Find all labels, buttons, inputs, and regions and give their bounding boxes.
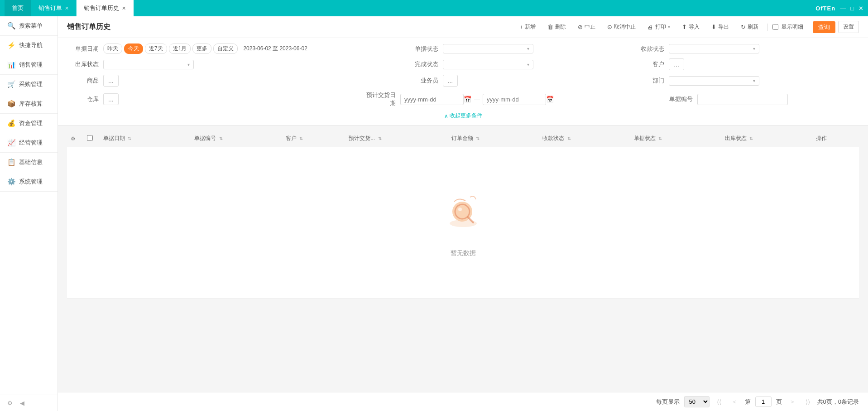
warehouse-label: 仓库 xyxy=(67,95,103,103)
filter-row-3: 商品 ... 业务员 ... 部门 ▾ xyxy=(67,75,859,87)
filter-col-bill-number: 单据编号 xyxy=(661,94,859,105)
out-status-chevron-icon: ▾ xyxy=(187,62,190,67)
display-cols-toggle[interactable]: 显示明细 xyxy=(772,23,803,31)
sidebar-item-finance[interactable]: 💰 资金管理 xyxy=(0,114,58,133)
tab-sales-order-history-close[interactable]: ✕ xyxy=(122,5,126,11)
prev-page-button[interactable]: ＜ xyxy=(729,397,740,407)
display-cols-label: 显示明细 xyxy=(782,23,803,31)
window-close-btn[interactable]: ✕ xyxy=(858,5,863,12)
bill-status-chevron-icon: ▾ xyxy=(527,46,529,51)
select-all-checkbox[interactable] xyxy=(87,135,93,141)
tab-sales-order-close[interactable]: ✕ xyxy=(65,5,69,11)
col-bill-status-label: 单据状态 xyxy=(634,135,656,141)
refresh-button[interactable]: ↻ 刷新 xyxy=(736,21,763,33)
search-menu-icon: 🔍 xyxy=(7,22,15,30)
col-customer[interactable]: 客户 ⇅ xyxy=(282,130,345,147)
complete-status-select[interactable]: ▾ xyxy=(443,60,533,69)
sidebar-item-operations[interactable]: 📈 经营管理 xyxy=(0,133,58,153)
tab-home[interactable]: 首页 xyxy=(5,0,31,16)
col-bill-status[interactable]: 单据状态 ⇅ xyxy=(630,130,721,147)
sidebar-item-quick-nav[interactable]: ⚡ 快捷导航 xyxy=(0,36,58,55)
date-pill-last1m[interactable]: 近1月 xyxy=(169,44,191,54)
sidebar-settings-icon[interactable]: ⚙ xyxy=(7,400,13,406)
col-date-label: 单据日期 xyxy=(103,135,125,141)
date-pill-custom[interactable]: 自定义 xyxy=(213,44,238,54)
customer-picker[interactable]: ... xyxy=(669,58,684,70)
last-page-button[interactable]: ⟩⟩ xyxy=(803,397,813,406)
table-settings-col[interactable]: ⚙ xyxy=(67,130,83,147)
payment-status-select[interactable]: ▾ xyxy=(669,44,759,53)
page-header: 销售订单历史 + 新增 🗑 删除 ⊘ 中止 ⊙ 取消中止 xyxy=(58,16,868,38)
goods-picker[interactable]: ... xyxy=(103,75,119,87)
delete-button[interactable]: 🗑 删除 xyxy=(543,21,571,33)
col-order-amount[interactable]: 订单金额 ⇅ xyxy=(448,130,539,147)
sidebar-item-system-mgmt[interactable]: ⚙️ 系统管理 xyxy=(0,172,58,192)
sidebar-item-search-menu[interactable]: 🔍 搜索菜单 xyxy=(0,16,58,36)
bill-status-select[interactable]: ▾ xyxy=(443,44,533,53)
total-records-text: 共0页，0条记录 xyxy=(817,398,859,406)
sidebar-item-quick-nav-label: 快捷导航 xyxy=(19,41,43,49)
sidebar-item-basic-info[interactable]: 📋 基础信息 xyxy=(0,153,58,172)
expected-date-start-input[interactable] xyxy=(400,94,464,105)
sidebar: 🔍 搜索菜单 ⚡ 快捷导航 📊 销售管理 🛒 采购管理 📦 库存核算 💰 资金管… xyxy=(0,16,58,411)
col-number[interactable]: 单据编号 ⇅ xyxy=(191,130,282,147)
display-cols-checkbox[interactable] xyxy=(772,24,778,30)
table-checkbox-col xyxy=(83,130,100,147)
export-button[interactable]: ⬇ 导出 xyxy=(707,21,734,33)
warehouse-picker[interactable]: ... xyxy=(103,93,119,105)
col-number-sort-icon: ⇅ xyxy=(219,136,223,141)
date-pill-more[interactable]: 更多 xyxy=(192,44,211,54)
date-pill-today[interactable]: 今天 xyxy=(124,44,143,54)
window-minimize-btn[interactable]: — xyxy=(840,5,846,12)
sidebar-collapse-icon[interactable]: ◀ xyxy=(20,400,24,406)
print-button[interactable]: 🖨 打印 ▾ xyxy=(643,21,675,33)
stop-label: 中止 xyxy=(585,23,595,31)
filter-col-salesperson: 业务员 ... xyxy=(407,75,633,87)
collapse-more-conditions[interactable]: ∧ 收起更多条件 xyxy=(67,112,859,120)
sidebar-item-purchase-mgmt[interactable]: 🛒 采购管理 xyxy=(0,75,58,94)
calendar-end-icon[interactable]: 📅 xyxy=(546,96,554,103)
sidebar-item-operations-label: 经营管理 xyxy=(19,139,43,147)
department-select[interactable]: ▾ xyxy=(669,76,759,86)
date-range-separator: — xyxy=(474,96,480,103)
top-right-controls: OfTEn — □ ✕ xyxy=(815,5,863,12)
col-date[interactable]: 单据日期 ⇅ xyxy=(100,130,191,147)
import-button[interactable]: ⬆ 导入 xyxy=(677,21,704,33)
col-actions-label: 操作 xyxy=(816,135,827,141)
first-page-button[interactable]: ⟨⟨ xyxy=(714,397,724,406)
filter-col-date: 单据日期 昨天 今天 近7天 近1月 更多 自定义 2023-06-02 至 2… xyxy=(67,44,407,54)
col-payment-status[interactable]: 收款状态 ⇅ xyxy=(539,130,630,147)
export-icon: ⬇ xyxy=(711,24,716,30)
toolbar-separator xyxy=(767,24,768,31)
new-button[interactable]: + 新增 xyxy=(515,21,540,33)
table-settings-icon[interactable]: ⚙ xyxy=(71,135,76,142)
sidebar-item-system-mgmt-label: 系统管理 xyxy=(19,178,43,186)
col-expected-delivery[interactable]: 预计交货... ⇅ xyxy=(345,130,448,147)
filter-col-customer: 客户 ... xyxy=(633,58,859,70)
finance-icon: 💰 xyxy=(7,119,15,127)
tab-sales-order-history[interactable]: 销售订单历史 ✕ xyxy=(77,0,134,16)
date-pill-last7[interactable]: 近7天 xyxy=(145,44,167,54)
window-restore-btn[interactable]: □ xyxy=(850,5,854,12)
salesperson-picker[interactable]: ... xyxy=(443,75,458,87)
next-page-button[interactable]: ＞ xyxy=(786,397,798,407)
date-pill-yesterday[interactable]: 昨天 xyxy=(103,44,122,54)
expected-date-end-input[interactable] xyxy=(483,94,546,105)
col-out-status[interactable]: 出库状态 ⇅ xyxy=(721,130,812,147)
tab-sales-order[interactable]: 销售订单 ✕ xyxy=(31,0,77,16)
col-customer-sort-icon: ⇅ xyxy=(299,136,303,141)
page-size-select[interactable]: 50 10 20 100 xyxy=(684,396,710,407)
page-title: 销售订单历史 xyxy=(67,22,110,32)
sidebar-item-inventory[interactable]: 📦 库存核算 xyxy=(0,94,58,114)
stop-button[interactable]: ⊘ 中止 xyxy=(573,21,600,33)
cancel-stop-button[interactable]: ⊙ 取消中止 xyxy=(603,21,640,33)
sidebar-item-sales-mgmt[interactable]: 📊 销售管理 xyxy=(0,55,58,75)
import-label: 导入 xyxy=(689,23,700,31)
settings-button[interactable]: 设置 xyxy=(838,21,859,33)
current-page-input[interactable] xyxy=(755,396,772,407)
toolbar-separator2 xyxy=(808,24,808,31)
out-status-select[interactable]: ▾ xyxy=(103,60,194,69)
bill-number-input[interactable] xyxy=(697,94,788,105)
calendar-start-icon[interactable]: 📅 xyxy=(464,96,471,103)
query-button[interactable]: 查询 xyxy=(813,21,835,33)
